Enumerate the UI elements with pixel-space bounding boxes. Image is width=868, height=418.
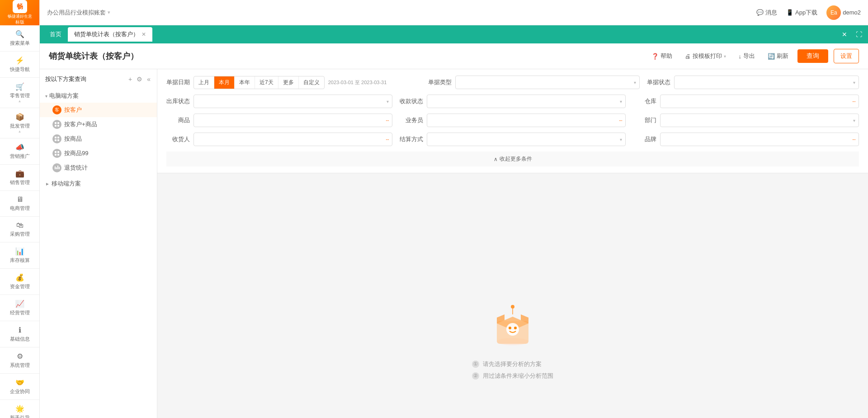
sidebar-system-label: 系统管理 (10, 362, 30, 369)
sidebar-item-inventory[interactable]: 📊 库存核算 (0, 242, 39, 269)
out-status-label: 出库状态 (166, 97, 190, 105)
payment-status-select[interactable] (427, 95, 626, 108)
sales-icon: 💼 (15, 169, 24, 178)
goods-label: 商品 (166, 116, 190, 124)
customer-goods-icon (52, 120, 61, 129)
recipient-control: ··· (193, 133, 392, 146)
sidebar-item-ecommerce[interactable]: 🖥 电商管理 (0, 191, 39, 217)
filter-row-4: 收货人 ··· 结算方式 ▾ (166, 133, 859, 146)
sidebar-collab-label: 企业协同 (10, 388, 30, 395)
out-status-select[interactable] (193, 95, 392, 108)
app-logo[interactable]: 畅 畅捷通好生意 标版 (0, 0, 39, 25)
tree-item-return[interactable]: 退货统计 (40, 161, 157, 175)
panel-collapse-icon[interactable]: « (146, 75, 151, 84)
print-btn[interactable]: 🖨 按模板打印 ▾ (681, 50, 730, 62)
tab-bar: 首页 销货单统计表（按客户） ✕ ✕ ⛶ (40, 25, 868, 43)
sidebar-item-finance[interactable]: 💰 资金管理 (0, 269, 39, 295)
filter-recipient: 收货人 ··· (166, 133, 392, 146)
hint-number-2: ② (472, 372, 479, 380)
tree-item-customer[interactable]: 客 按客户 (40, 103, 157, 117)
tab-report-label: 销货单统计表（按客户） (74, 30, 139, 38)
hint-text-1: 请先选择要分析的方案 (483, 360, 542, 368)
svg-rect-1 (57, 122, 59, 124)
sidebar-nav: 🔍 搜索菜单 ⚡ 快捷导航 🛒 零售管理 ▲ 📦 批发管理 ▲ 📣 营销推广 💼… (0, 25, 39, 418)
filter-date: 单据日期 上月 本月 本年 近7天 更多 自定义 20 (166, 76, 421, 89)
svg-point-22 (511, 305, 514, 309)
svg-point-20 (514, 327, 517, 329)
tab-actions: ✕ ⛶ (839, 29, 864, 40)
mobile-section-label: 移动端方案 (52, 180, 81, 188)
user-avatar: Ea (826, 5, 841, 20)
sidebar-item-sales[interactable]: 💼 销售管理 (0, 165, 39, 191)
customer-active-icon: 客 (52, 105, 61, 114)
recipient-input[interactable] (193, 133, 392, 146)
sidebar-item-business[interactable]: 📈 经营管理 (0, 295, 39, 321)
sidebar-item-retail[interactable]: 🛒 零售管理 ▲ (0, 78, 39, 108)
user-name: demo2 (843, 9, 861, 16)
tree-return-label: 退货统计 (64, 164, 88, 172)
header-actions: 💬 消息 📱 App下载 Ea demo2 (756, 5, 861, 20)
tree-item-customer-goods[interactable]: 按客户+商品 (40, 117, 157, 132)
salesperson-input[interactable] (427, 114, 626, 127)
top-header: 办公用品行业模拟账套 ▾ 💬 消息 📱 App下载 Ea demo2 (40, 0, 868, 25)
tab-home[interactable]: 首页 (43, 27, 68, 42)
date-btn-lastmonth[interactable]: 上月 (194, 76, 214, 89)
app-download-btn[interactable]: 📱 App下载 (786, 9, 817, 17)
sidebar-item-guide[interactable]: 🌟 新手引导 (0, 400, 39, 418)
mobile-section-header[interactable]: ► 移动端方案 (40, 177, 157, 190)
tab-close-all-btn[interactable]: ✕ (839, 29, 850, 40)
mobile-expand-icon: ► (45, 181, 50, 186)
tab-home-label: 首页 (50, 30, 61, 38)
empty-svg-illustration (486, 299, 540, 353)
sidebar-item-system[interactable]: ⚙ 系统管理 (0, 347, 39, 374)
tab-expand-btn[interactable]: ⛶ (854, 29, 864, 40)
breadcrumb-dropdown[interactable]: 办公用品行业模拟账套 ▾ (47, 9, 110, 17)
tab-close-icon[interactable]: ✕ (142, 32, 146, 37)
sidebar-item-collab[interactable]: 🤝 企业协同 (0, 374, 39, 400)
sidebar-item-marketing[interactable]: 📣 营销推广 (0, 138, 39, 165)
doc-type-select[interactable] (455, 76, 640, 89)
settlement-select[interactable] (427, 133, 626, 146)
date-btn-thisyear[interactable]: 本年 (235, 76, 255, 89)
tree-item-goods99[interactable]: 按商品99 (40, 146, 157, 161)
date-filter-group: 上月 本月 本年 近7天 更多 自定义 (193, 76, 325, 89)
hint-text-2: 用过滤条件来缩小分析范围 (483, 372, 553, 380)
desktop-expand-icon: ▾ (45, 94, 47, 99)
panel-settings-icon[interactable]: ⚙ (136, 75, 143, 84)
sidebar-item-purchase[interactable]: 🛍 采购管理 (0, 217, 39, 242)
help-icon: ❓ (651, 53, 659, 60)
refresh-btn[interactable]: 🔄 刷新 (764, 50, 792, 62)
message-btn[interactable]: 💬 消息 (756, 9, 777, 17)
desktop-section-header[interactable]: ▾ 电脑端方案 (40, 89, 157, 103)
filter-out-status: 出库状态 ▾ (166, 95, 392, 108)
sidebar-item-search[interactable]: 🔍 搜索菜单 (0, 25, 39, 52)
sidebar-item-quicknav[interactable]: ⚡ 快捷导航 (0, 52, 39, 78)
export-btn[interactable]: ↓ 导出 (735, 50, 759, 62)
panel-add-icon[interactable]: + (127, 75, 133, 84)
date-btn-more[interactable]: 更多 (278, 76, 299, 89)
business-icon: 📈 (15, 299, 24, 308)
guide-icon: 🌟 (15, 404, 24, 413)
query-btn[interactable]: 查询 (797, 49, 828, 63)
purchase-icon: 🛍 (16, 221, 24, 229)
date-btn-custom[interactable]: 自定义 (299, 76, 324, 89)
tree-item-goods[interactable]: 按商品 (40, 132, 157, 146)
doc-status-select[interactable] (674, 76, 859, 89)
app-download-label: App下载 (795, 9, 817, 17)
help-btn[interactable]: ❓ 帮助 (648, 50, 676, 62)
sidebar-item-wholesale[interactable]: 📦 批发管理 ▲ (0, 108, 39, 138)
tree-goods99-label: 按商品99 (64, 149, 88, 157)
brand-input[interactable] (660, 133, 859, 146)
logo-icon: 畅 (13, 0, 27, 13)
sidebar-item-basic[interactable]: ℹ 基础信息 (0, 321, 39, 347)
date-btn-7days[interactable]: 近7天 (255, 76, 278, 89)
collapse-row[interactable]: ∧ 收起更多条件 (166, 152, 859, 166)
settings-btn[interactable]: 设置 (834, 49, 859, 63)
warehouse-input[interactable] (660, 95, 859, 108)
tab-report[interactable]: 销货单统计表（按客户） ✕ (68, 27, 152, 42)
department-select[interactable] (660, 114, 859, 127)
date-btn-thismonth[interactable]: 本月 (214, 76, 235, 89)
goods-input[interactable] (193, 114, 392, 127)
user-info[interactable]: Ea demo2 (826, 5, 861, 20)
filter-row-3: 商品 ··· 业务员 ··· (166, 114, 859, 127)
